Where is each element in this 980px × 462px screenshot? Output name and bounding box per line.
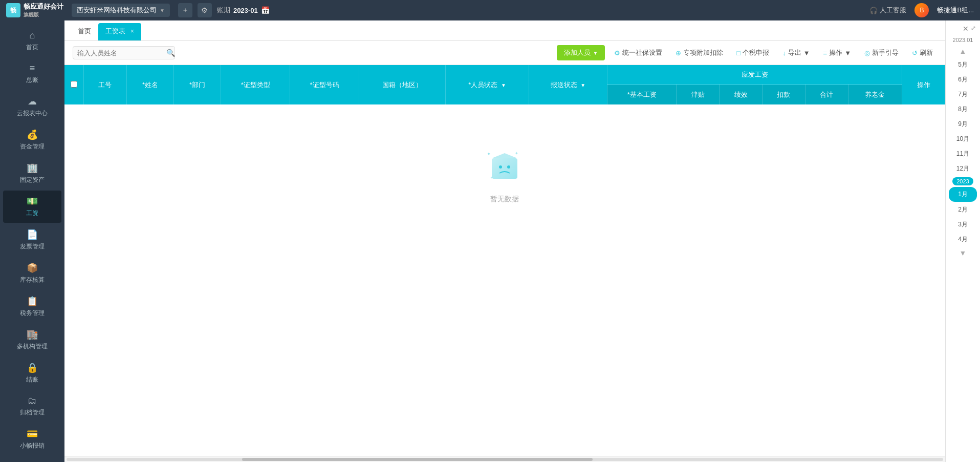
th-region: 国籍（地区） — [359, 65, 446, 104]
month-2023-4[interactable]: 4月 — [946, 232, 980, 247]
th-total: 合计 — [805, 85, 848, 105]
month-2022-5[interactable]: 5月 — [946, 57, 980, 72]
month-2023-3[interactable]: 3月 — [946, 217, 980, 232]
company-name: 西安虾米网络科技有限公司 — [77, 6, 157, 15]
th-id-no: *证型号码 — [290, 65, 359, 104]
ledger-icon: ≡ — [30, 63, 35, 74]
search-box: 🔍 — [73, 46, 175, 59]
sidebar-item-archive[interactable]: 🗂 归档管理 — [3, 390, 61, 422]
month-2022-6[interactable]: 6月 — [946, 72, 980, 87]
svg-point-3 — [507, 165, 510, 169]
report-filter-icon[interactable]: ▼ — [580, 82, 585, 88]
month-2023-2[interactable]: 2月 — [946, 202, 980, 217]
month-2022-11[interactable]: 11月 — [946, 146, 980, 161]
multi-org-icon: 🏬 — [27, 329, 38, 340]
operations-btn[interactable]: ≡ 操作 ▼ — [819, 46, 855, 59]
table-container: 工号 *姓名 *部门 *证型类型 *证型号码 国籍（地区） *人员状态 ▼ 报送… — [64, 65, 945, 456]
inventory-icon: 📦 — [27, 262, 38, 274]
next-year-btn[interactable]: ▼ — [957, 247, 969, 259]
sidebar-item-invoice[interactable]: 📄 发票管理 — [3, 224, 61, 256]
month-2023-1[interactable]: 1月 — [949, 187, 977, 202]
guide-btn[interactable]: ◎ 新手引导 — [860, 46, 903, 59]
headset-icon: 🎧 — [869, 7, 878, 14]
th-status: *人员状态 ▼ — [446, 65, 529, 104]
tab-close-btn[interactable]: × — [130, 28, 134, 35]
month-2022-7[interactable]: 7月 — [946, 87, 980, 102]
close-panel-btn[interactable]: ✕ — [963, 25, 969, 33]
top-bar-right: 🎧 人工客服 B 畅捷通B组... — [869, 3, 974, 17]
month-2022-12[interactable]: 12月 — [946, 161, 980, 176]
closing-icon: 🔒 — [27, 362, 38, 373]
th-performance: 绩效 — [720, 85, 763, 105]
sidebar-item-closing[interactable]: 🔒 结账 — [3, 357, 61, 389]
bottom-scrollbar[interactable] — [64, 456, 945, 462]
tax-icon: 📋 — [27, 296, 38, 307]
th-base-salary: *基本工资 — [607, 85, 677, 105]
special-deduction-icon: ⊕ — [676, 49, 681, 57]
month-2022-10[interactable]: 10月 — [946, 132, 980, 146]
calendar-icon[interactable]: 📅 — [261, 6, 270, 14]
th-name: *姓名 — [126, 65, 173, 104]
sidebar-item-expense[interactable]: 💳 小畅报销 — [3, 423, 61, 455]
app-logo: 畅 畅应通好会计 旗舰版 — [6, 2, 63, 18]
panel-controls: ✕ ⤢ — [946, 23, 980, 35]
prev-year-btn[interactable]: ▲ — [957, 45, 969, 57]
month-2022-8[interactable]: 8月 — [946, 102, 980, 117]
add-company-btn[interactable]: ＋ — [178, 3, 192, 17]
social-security-btn[interactable]: ⚙ 统一社保设置 — [610, 46, 666, 59]
expand-panel-btn[interactable]: ⤢ — [971, 25, 976, 33]
sidebar-item-tax[interactable]: 📋 税务管理 — [3, 290, 61, 323]
content-area: 首页 工资表 × 🔍 添加人员 ▼ ⚙ 统一社保设置 ⊕ — [64, 20, 945, 462]
operations-arrow: ▼ — [844, 49, 851, 57]
add-person-btn[interactable]: 添加人员 ▼ — [557, 45, 605, 60]
operations-icon: ≡ — [823, 49, 827, 57]
sidebar-item-payroll[interactable]: 💵 工资 — [3, 191, 61, 223]
sidebar-item-home[interactable]: ⌂ 首页 — [3, 25, 61, 57]
sidebar-item-cloud-report[interactable]: ☁ 云报表中心 — [3, 91, 61, 123]
main-layout: ⌂ 首页 ≡ 总账 ☁ 云报表中心 💰 资金管理 🏢 固定资产 💵 工资 📄 发… — [0, 20, 980, 462]
customer-service-btn[interactable]: 🎧 人工客服 — [869, 6, 906, 15]
top-bar-actions: ＋ ⚙ — [178, 3, 212, 17]
tab-payroll[interactable]: 工资表 × — [98, 23, 141, 40]
empty-icon: ✦ ✦ ✦ — [484, 145, 525, 186]
th-checkbox[interactable] — [64, 65, 84, 104]
special-deduction-btn[interactable]: ⊕ 专项附加扣除 — [671, 46, 727, 59]
logo-icon: 畅 — [6, 3, 20, 17]
select-all-checkbox[interactable] — [71, 81, 77, 88]
export-btn[interactable]: ↓ 导出 ▼ — [778, 46, 814, 59]
search-input[interactable] — [77, 49, 163, 57]
th-subsidy: 津贴 — [677, 85, 720, 105]
settings-btn[interactable]: ⚙ — [198, 3, 212, 17]
app-name: 畅应通好会计 — [24, 2, 63, 11]
user-name: 畅捷通B组... — [937, 6, 974, 15]
period-info: 账期 2023-01 📅 — [217, 6, 270, 15]
svg-marker-1 — [492, 153, 517, 158]
sidebar-item-fund[interactable]: 💰 资金管理 — [3, 124, 61, 156]
table-header-row: 工号 *姓名 *部门 *证型类型 *证型号码 国籍（地区） *人员状态 ▼ 报送… — [64, 65, 945, 85]
sidebar-item-multi-org[interactable]: 🏬 多机构管理 — [3, 324, 61, 356]
th-pension: 养老金 — [848, 85, 902, 105]
sidebar-item-ledger[interactable]: ≡ 总账 — [3, 58, 61, 90]
tab-home[interactable]: 首页 — [71, 23, 98, 40]
svg-text:✦: ✦ — [490, 176, 493, 179]
sidebar-item-settings[interactable]: ⚙ 基础设置 — [3, 456, 61, 462]
company-selector[interactable]: 西安虾米网络科技有限公司 ▼ — [72, 4, 170, 17]
sidebar-item-inventory[interactable]: 📦 库存核算 — [3, 257, 61, 289]
month-2022-9[interactable]: 9月 — [946, 117, 980, 132]
fund-icon: 💰 — [27, 129, 38, 140]
search-icon: 🔍 — [166, 49, 175, 57]
th-payroll-group: 应发工资 — [607, 65, 902, 85]
sidebar-item-fixed-asset[interactable]: 🏢 固定资产 — [3, 157, 61, 190]
th-ops: 操作 — [902, 65, 945, 104]
refresh-icon: ↺ — [912, 49, 918, 57]
tax-report-btn[interactable]: □ 个税申报 — [732, 46, 773, 59]
social-security-icon: ⚙ — [614, 49, 620, 57]
guide-toolbar-icon: ◎ — [864, 49, 870, 57]
top-bar: 畅 畅应通好会计 旗舰版 西安虾米网络科技有限公司 ▼ ＋ ⚙ 账期 2023-… — [0, 0, 980, 20]
toolbar: 🔍 添加人员 ▼ ⚙ 统一社保设置 ⊕ 专项附加扣除 □ 个税申报 ↓ 导出 — [64, 41, 945, 65]
svg-text:✦: ✦ — [515, 151, 518, 156]
home-icon: ⌂ — [30, 30, 35, 41]
refresh-btn[interactable]: ↺ 刷新 — [908, 46, 937, 59]
th-id-type: *证型类型 — [221, 65, 290, 104]
status-filter-icon[interactable]: ▼ — [501, 82, 506, 88]
